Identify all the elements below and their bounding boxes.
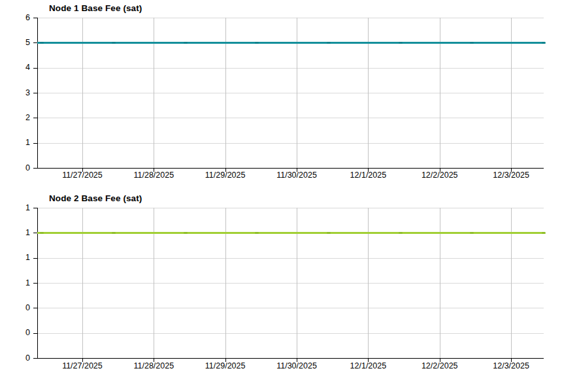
v-gridline (511, 208, 512, 358)
y-tick-label: 6 (10, 13, 30, 23)
y-axis-line (37, 18, 38, 169)
chart-title: Node 1 Base Fee (sat) (49, 3, 142, 13)
v-gridline (368, 208, 369, 358)
h-gridline (37, 18, 544, 18)
y-tick-label: 3 (10, 88, 30, 98)
data-point-marker (184, 232, 188, 234)
y-tick-label: 1 (10, 203, 30, 213)
x-tick-label: 12/1/2025 (339, 171, 397, 180)
x-tick-label: 11/27/2025 (53, 171, 112, 180)
h-gridline (37, 258, 544, 259)
data-point-marker (40, 232, 44, 234)
x-tick-label: 12/2/2025 (410, 361, 469, 371)
v-gridline (225, 18, 226, 168)
data-point-marker (470, 42, 474, 44)
h-gridline (37, 308, 544, 308)
v-gridline (368, 18, 369, 168)
v-gridline (154, 18, 154, 168)
h-gridline (37, 93, 544, 93)
x-axis-line (37, 168, 544, 169)
y-tick-label: 0 (10, 303, 30, 313)
x-tick-label: 12/2/2025 (410, 171, 469, 180)
h-gridline (37, 283, 544, 284)
x-tick-label: 11/29/2025 (196, 171, 255, 180)
v-gridline (154, 208, 154, 358)
data-point-marker (399, 232, 403, 234)
y-tick-label: 5 (10, 38, 30, 48)
data-point-marker (112, 42, 116, 44)
data-point-marker (399, 42, 403, 44)
h-gridline (37, 143, 544, 144)
data-point-marker (327, 42, 331, 44)
data-point-marker (40, 42, 44, 44)
data-point-marker (112, 232, 116, 234)
data-point-marker (542, 42, 546, 44)
x-tick-label: 11/30/2025 (267, 171, 326, 180)
y-tick-label: 1 (10, 253, 30, 263)
v-gridline (225, 208, 226, 358)
x-tick-label: 11/29/2025 (196, 361, 255, 371)
x-tick-label: 12/3/2025 (482, 361, 540, 371)
data-point-marker (327, 232, 331, 234)
y-tick-label: 1 (10, 138, 30, 148)
v-gridline (440, 18, 440, 168)
v-gridline (297, 18, 297, 168)
y-tick-label: 0 (10, 328, 30, 338)
h-gridline (37, 208, 544, 208)
data-point-marker (470, 232, 474, 234)
y-tick-label: 2 (10, 113, 30, 123)
y-tick-label: 1 (10, 278, 30, 288)
x-tick-label: 11/28/2025 (124, 361, 183, 371)
h-gridline (37, 68, 544, 69)
y-tick-label: 0 (10, 353, 30, 363)
x-tick-label: 11/28/2025 (124, 171, 183, 180)
x-tick-label: 11/30/2025 (267, 361, 326, 371)
x-tick-label: 12/1/2025 (339, 361, 397, 371)
x-tick-label: 11/27/2025 (53, 361, 112, 371)
h-gridline (37, 333, 544, 334)
x-tick-label: 12/3/2025 (482, 171, 540, 180)
data-point-marker (542, 232, 546, 234)
data-point-marker (255, 232, 259, 234)
node1-base-fee-chart: Node 1 Base Fee (sat) 654321011/27/20251… (0, 0, 562, 190)
node2-base-fee-chart: Node 2 Base Fee (sat) 111100011/27/20251… (0, 190, 562, 392)
y-tick-label: 4 (10, 63, 30, 73)
data-point-marker (184, 42, 188, 44)
h-gridline (37, 118, 544, 118)
v-gridline (82, 18, 83, 168)
y-axis-line (37, 208, 38, 359)
v-gridline (440, 208, 440, 358)
chart-title: Node 2 Base Fee (sat) (49, 193, 142, 203)
y-tick-label: 0 (10, 163, 30, 173)
data-point-marker (255, 42, 259, 44)
v-gridline (297, 208, 297, 358)
v-gridline (82, 208, 83, 358)
x-axis-line (37, 358, 544, 359)
v-gridline (511, 18, 512, 168)
y-tick-label: 1 (10, 228, 30, 238)
